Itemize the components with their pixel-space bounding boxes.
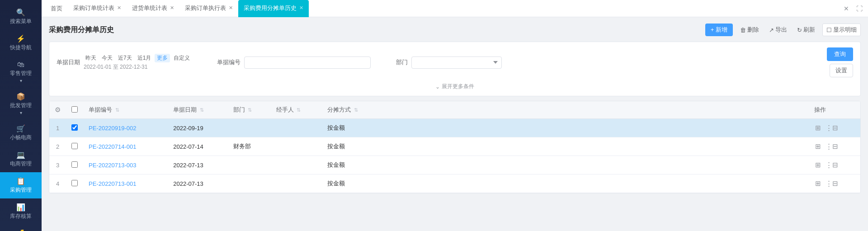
sort-icon[interactable]: ⇅ [248,107,252,113]
row-checkbox-cell [66,156,83,174]
order-no-link[interactable]: PE-20220713-001 [89,180,137,187]
purchase-icon: 📋 [16,177,25,185]
sidebar-item-inventory[interactable]: 📊 库存核算 [0,198,42,225]
row-handler [271,156,322,174]
col-label: 分摊方式 [327,106,351,113]
sidebar-item-ecom-small[interactable]: 🛒 小畅电商 [0,120,42,146]
col-action: 操作 [809,101,860,119]
row-checkbox[interactable] [71,143,78,149]
row-actions: ⊞ ⋮⊟ [809,137,860,156]
order-no-field: 单据编号 [217,57,371,69]
tabs-right-controls: ✕ ⛶ [842,4,864,13]
close-icon[interactable]: ✕ [117,5,121,11]
refresh-button[interactable]: ↻ 刷新 [794,24,818,36]
edit-icon[interactable]: ⊞ [814,179,822,189]
row-number: 4 [49,174,66,193]
more-icon[interactable]: ⋮⊟ [825,160,839,170]
order-no-link[interactable]: PE-20220919-002 [89,125,137,132]
date-range-text: 2022-01-01 至 2022-12-31 [84,63,192,71]
sidebar: 🔍 搜索菜单 ⚡ 快捷导航 🛍 零售管理 ▾ 📦 批发管理 ▾ 🛒 小畅电商 💻… [0,0,42,231]
fullscreen-icon[interactable]: ⛶ [854,4,864,13]
show-cols-button[interactable]: ☐ 显示明细 [822,24,861,36]
tab-home[interactable]: 首页 [45,0,68,17]
order-no-input[interactable] [244,57,371,69]
tab-inbound-stats[interactable]: 进货单统计表 ✕ [127,0,179,17]
tab-label: 采购订单执行表 [185,4,226,12]
show-cols-label: 显示明细 [833,26,857,34]
sidebar-item-finance[interactable]: 💰 资金管理 [0,225,42,231]
gear-icon[interactable]: ⚙ [55,106,61,113]
tab-purchase-cost-history[interactable]: 采购费用分摊单历史 ✕ [238,0,309,17]
export-button[interactable]: ↗ 导出 [766,24,790,36]
order-no-link[interactable]: PE-20220714-001 [89,143,137,150]
delete-button[interactable]: 🗑 删除 [737,24,762,36]
row-date: 2022-09-19 [168,119,227,137]
more-icon[interactable]: ⋮⊟ [825,179,839,189]
edit-icon[interactable]: ⊞ [814,141,822,151]
expand-more[interactable]: ⌄ 展开更多条件 [57,81,853,92]
order-no-link[interactable]: PE-20220713-003 [89,162,137,169]
delete-icon: 🗑 [740,27,746,33]
row-date: 2022-07-13 [168,156,227,174]
chevron-down-icon: ▾ [20,110,22,115]
row-checkbox[interactable] [71,161,78,168]
shortcut-yesterday[interactable]: 昨天 [84,54,98,62]
sidebar-item-label: 小畅电商 [10,134,32,141]
row-checkbox[interactable] [71,124,78,131]
refresh-icon: ↻ [797,27,802,33]
row-dept [228,119,271,137]
expand-label: 展开更多条件 [442,83,474,90]
ecom-small-icon: 🛒 [16,124,25,133]
date-label: 单据日期 [57,58,80,66]
main-area: 首页 采购订单统计表 ✕ 进货单统计表 ✕ 采购订单执行表 ✕ 采购费用分摊单历… [42,0,868,231]
col-label: 单据编号 [89,106,112,113]
tab-purchase-exec[interactable]: 采购订单执行表 ✕ [179,0,238,17]
search-button[interactable]: 查询 [827,47,853,61]
row-dept: 财务部 [228,137,271,156]
close-icon[interactable]: ✕ [229,5,233,11]
shortcut-more[interactable]: 更多 [155,54,170,62]
col-label: 经手人 [276,106,294,113]
sidebar-item-retail[interactable]: 🛍 零售管理 ▾ [0,56,42,88]
ecom-icon: 💻 [16,151,25,159]
close-tab-icon[interactable]: ✕ [842,4,851,13]
shortcut-custom[interactable]: 自定义 [172,54,192,62]
close-icon[interactable]: ✕ [299,5,303,11]
row-actions: ⊞ ⋮⊟ [809,156,860,174]
more-icon[interactable]: ⋮⊟ [825,123,839,133]
sidebar-item-nav[interactable]: ⚡ 快捷导航 [0,30,42,56]
row-checkbox[interactable] [71,180,78,186]
sort-icon[interactable]: ⇅ [115,107,119,113]
delete-label: 删除 [747,26,759,34]
sidebar-item-label: 批发管理 [10,102,32,109]
row-checkbox-cell [66,119,83,137]
order-no-label: 单据编号 [217,58,241,66]
sort-icon[interactable]: ⇅ [200,107,204,113]
tab-purchase-order-stats[interactable]: 采购订单统计表 ✕ [68,0,127,17]
wholesale-icon: 📦 [16,92,25,101]
add-button[interactable]: + 新增 [705,24,733,36]
shortcut-1month[interactable]: 近1月 [136,54,153,62]
set-button[interactable]: 设置 [830,64,853,77]
finance-icon: 💰 [16,229,25,231]
more-icon[interactable]: ⋮⊟ [825,141,839,151]
edit-icon[interactable]: ⊞ [814,123,822,133]
row-method: 按金额 [322,174,808,193]
row-handler [271,174,322,193]
sort-icon[interactable]: ⇅ [297,107,301,113]
select-all-checkbox[interactable] [71,106,78,113]
shortcut-today[interactable]: 今天 [100,54,114,62]
sort-icon[interactable]: ⇅ [354,107,358,113]
sidebar-item-search[interactable]: 🔍 搜索菜单 [0,4,42,30]
shortcut-7days[interactable]: 近7天 [116,54,134,62]
sidebar-item-purchase[interactable]: 📋 采购管理 [0,172,42,198]
edit-icon[interactable]: ⊞ [814,160,822,170]
sidebar-item-ecom[interactable]: 💻 电商管理 [0,146,42,172]
sidebar-item-wholesale[interactable]: 📦 批发管理 ▾ [0,88,42,120]
dept-select[interactable] [411,57,502,69]
checkbox-icon: ☐ [826,27,832,33]
sidebar-item-label: 采购管理 [10,186,32,194]
close-icon[interactable]: ✕ [170,5,174,11]
row-order-no: PE-20220919-002 [83,119,168,137]
sidebar-item-label: 库存核算 [10,212,32,220]
